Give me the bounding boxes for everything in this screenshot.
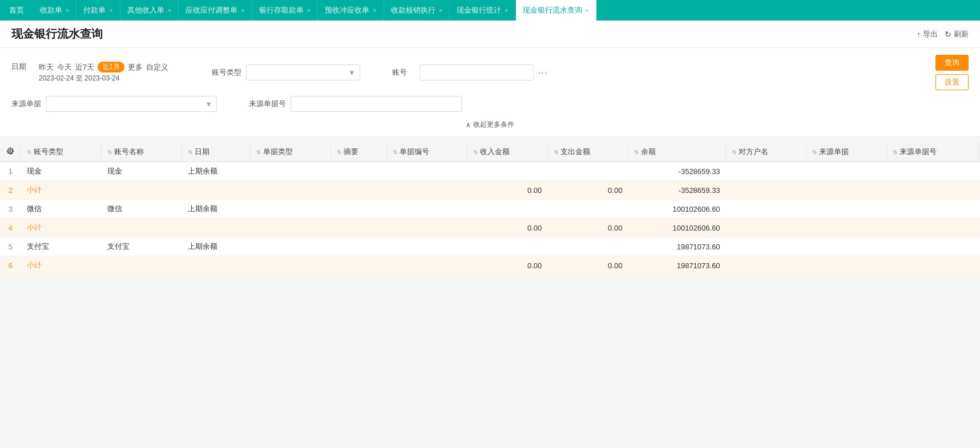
tab-ap-ar-adjust[interactable]: 应收应付调整单 × xyxy=(179,0,252,21)
row-number: 3 xyxy=(0,200,21,219)
account-ellipsis-button[interactable]: ··· xyxy=(538,68,548,77)
cell-source-doc xyxy=(806,256,887,275)
row-number: 1 xyxy=(0,162,21,181)
col-account-name[interactable]: ⇅账号名称 xyxy=(102,142,182,162)
cell-income xyxy=(467,162,547,181)
cell-income: 0.00 xyxy=(467,219,547,237)
cell-counterpart xyxy=(726,219,806,237)
cell-account-name xyxy=(102,219,182,237)
close-icon[interactable]: × xyxy=(439,7,442,14)
cell-summary xyxy=(330,181,386,200)
tab-receipts[interactable]: 收款单 × xyxy=(33,0,76,21)
cell-doc-type xyxy=(250,162,330,181)
table-row: 2 小计 0.00 0.00 -3528659.33 xyxy=(0,181,980,200)
col-expense[interactable]: ⇅支出金额 xyxy=(547,142,628,162)
date-more[interactable]: 更多 xyxy=(128,62,143,72)
col-balance[interactable]: ⇅余额 xyxy=(628,142,725,162)
col-account-type[interactable]: ⇅账号类型 xyxy=(21,142,102,162)
col-income[interactable]: ⇅收入金额 xyxy=(467,142,547,162)
cell-balance: 19871073.60 xyxy=(628,237,725,256)
cell-account-type: 小计 xyxy=(21,219,102,237)
cell-counterpart xyxy=(726,181,806,200)
cell-account-name: 微信 xyxy=(102,200,182,219)
table-row: 5 支付宝 支付宝 上期余额 19871073.60 xyxy=(0,237,980,256)
cell-doc-type xyxy=(250,219,330,237)
cell-expense: 0.00 xyxy=(547,256,628,275)
col-date[interactable]: ⇅日期 xyxy=(182,142,251,162)
tab-bank-stats[interactable]: 现金银行统计 × xyxy=(450,0,515,21)
date-7days[interactable]: 近7天 xyxy=(75,62,94,72)
cell-doc-no xyxy=(386,256,467,275)
source-doc-num-input[interactable] xyxy=(291,96,462,112)
date-yesterday[interactable]: 昨天 xyxy=(39,62,54,72)
date-today[interactable]: 今天 xyxy=(57,62,72,72)
source-doc-select[interactable] xyxy=(46,96,217,112)
row-number: 6 xyxy=(0,256,21,275)
refresh-button[interactable]: ↻ 刷新 xyxy=(945,29,969,39)
col-doc-type[interactable]: ⇅单据类型 xyxy=(250,142,330,162)
cell-date: 上期余额 xyxy=(182,200,251,219)
page-header: 现金银行流水查询 ↑ 导出 ↻ 刷新 xyxy=(0,21,980,48)
date-shortcuts: 昨天 今天 近7天 近1月 更多 自定义 xyxy=(39,62,168,72)
cell-date: 上期余额 xyxy=(182,162,251,181)
col-settings[interactable] xyxy=(0,142,21,162)
tab-advance-offset[interactable]: 预收冲应收单 × xyxy=(318,0,384,21)
cell-source-doc-no xyxy=(887,237,980,256)
account-type-select[interactable] xyxy=(246,64,360,80)
close-icon[interactable]: × xyxy=(307,7,310,14)
cell-expense: 0.00 xyxy=(547,181,628,200)
row-number: 4 xyxy=(0,219,21,237)
table-row: 4 小计 0.00 0.00 100102606.60 xyxy=(0,219,980,237)
col-source-doc-no[interactable]: ⇅来源单据号 xyxy=(887,142,980,162)
cell-expense xyxy=(547,162,628,181)
table-row: 1 现金 现金 上期余额 -3528659.33 xyxy=(0,162,980,181)
close-icon[interactable]: × xyxy=(109,7,112,14)
settings-button[interactable]: 设置 xyxy=(935,74,969,90)
close-icon[interactable]: × xyxy=(66,7,69,14)
cell-account-type: 小计 xyxy=(21,181,102,200)
cell-doc-type xyxy=(250,200,330,219)
cell-expense: 0.00 xyxy=(547,219,628,237)
home-tab[interactable]: 首页 xyxy=(0,0,33,21)
close-icon[interactable]: × xyxy=(505,7,508,14)
tab-bank-deposit[interactable]: 银行存取款单 × xyxy=(252,0,318,21)
cell-account-name xyxy=(102,256,182,275)
cell-income xyxy=(467,237,547,256)
cell-counterpart xyxy=(726,162,806,181)
account-label: 账号 xyxy=(392,67,415,78)
tab-other-income[interactable]: 其他收入单 × xyxy=(120,0,179,21)
cell-doc-no xyxy=(386,200,467,219)
close-icon[interactable]: × xyxy=(168,7,171,14)
date-1month[interactable]: 近1月 xyxy=(98,62,124,72)
table-header-row: ⇅账号类型 ⇅账号名称 ⇅日期 ⇅单据类型 ⇅摘要 ⇅单据编号 ⇅收入金额 ⇅支… xyxy=(0,142,980,162)
tab-payments[interactable]: 付款单 × xyxy=(76,0,120,21)
query-button[interactable]: 查询 xyxy=(935,55,969,71)
close-icon[interactable]: × xyxy=(586,7,589,14)
cell-account-type: 支付宝 xyxy=(21,237,102,256)
cell-source-doc-no xyxy=(887,200,980,219)
col-source-doc[interactable]: ⇅来源单据 xyxy=(806,142,887,162)
col-counterpart[interactable]: ⇅对方户名 xyxy=(726,142,806,162)
account-input[interactable] xyxy=(420,64,534,80)
cell-doc-no xyxy=(386,219,467,237)
col-doc-no[interactable]: ⇅单据编号 xyxy=(386,142,467,162)
cell-summary xyxy=(330,256,386,275)
close-icon[interactable]: × xyxy=(373,7,376,14)
collapse-filter-button[interactable]: ∧ 收起更多条件 xyxy=(11,118,969,132)
cell-income: 0.00 xyxy=(467,256,547,275)
top-navigation: 首页 收款单 × 付款单 × 其他收入单 × 应收应付调整单 × 银行存取款单 … xyxy=(0,0,980,21)
tab-bank-flow-query[interactable]: 现金银行流水查询 × xyxy=(516,0,596,21)
cell-balance: 19871073.60 xyxy=(628,256,725,275)
export-button[interactable]: ↑ 导出 xyxy=(917,29,938,39)
close-icon[interactable]: × xyxy=(241,7,244,14)
col-summary[interactable]: ⇅摘要 xyxy=(330,142,386,162)
cell-doc-type xyxy=(250,237,330,256)
cell-counterpart xyxy=(726,200,806,219)
filter-row-date: 日期 昨天 今天 近7天 近1月 更多 自定义 2023-02-24 至 202… xyxy=(11,55,969,90)
tab-collection-verify[interactable]: 收款核销执行 × xyxy=(384,0,450,21)
row-number: 2 xyxy=(0,181,21,200)
date-custom[interactable]: 自定义 xyxy=(146,62,168,72)
date-filter-label: 日期 xyxy=(11,62,34,72)
cell-source-doc-no xyxy=(887,256,980,275)
cell-doc-type xyxy=(250,181,330,200)
